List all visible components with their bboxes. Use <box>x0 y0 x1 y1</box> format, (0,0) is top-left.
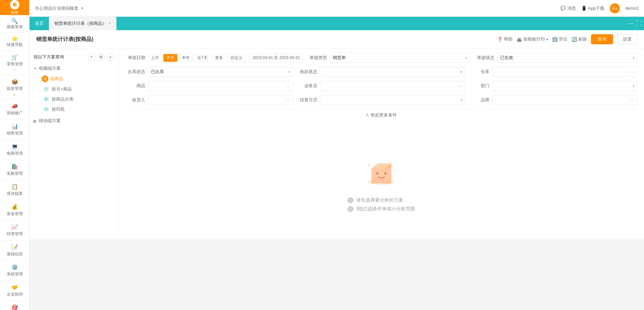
sidebar-item-enterprise[interactable]: 🤝 企业协同 <box>0 281 29 301</box>
sidebar-item-basicinfo[interactable]: 📝 基础信息 <box>0 241 29 261</box>
sidebar-item-ecom[interactable]: 💻 电商管理 <box>0 140 29 160</box>
sidebar-item-sales[interactable]: 📊 销售管理 <box>0 120 29 140</box>
sidebar-item-retail[interactable]: 🛒 零售管理 ▾ <box>0 51 29 75</box>
warehouse-control[interactable]: ··· <box>492 67 637 77</box>
department-control[interactable]: ▾ <box>492 81 637 91</box>
app-download-action[interactable]: 📱 App下载 <box>581 5 604 11</box>
brand-dots: ··· <box>630 97 634 103</box>
doc-status-control[interactable]: 已生效 ▾ <box>497 53 637 63</box>
tab-minimize-icon[interactable]: — <box>628 20 633 27</box>
consignee-field: 收货人 ··· <box>125 95 293 105</box>
brand-control[interactable]: ··· <box>492 95 637 105</box>
settings-button[interactable]: 设置 <box>617 34 637 44</box>
sidebar-item-search-menu[interactable]: 🔍 搜索菜单 <box>0 15 29 33</box>
department-field: 部门 ▾ <box>469 81 637 91</box>
consignee-control[interactable]: ··· <box>148 95 293 105</box>
salesperson-label: 业务员 <box>297 83 317 89</box>
recv-status-control[interactable]: ▾ <box>320 67 465 77</box>
filter-row-1: 单据日期 上月 本月 本年 近7天 更多 自定义 <box>125 53 637 63</box>
suite-dropdown-icon[interactable]: ▾ <box>81 6 84 11</box>
avatar-text: Ea <box>612 6 618 11</box>
collapse-button[interactable]: ∧ 收起更多条件 <box>125 109 637 121</box>
date-this-year[interactable]: 本年 <box>179 54 193 62</box>
tab-home[interactable]: 首页 <box>30 17 49 30</box>
scheme-by-product[interactable]: 按 按商品 <box>30 73 118 84</box>
help-icon: ❓ <box>497 37 502 42</box>
query-button[interactable]: 查询 <box>591 34 613 44</box>
sidebar-item-operations[interactable]: 📈 经营管理 <box>0 220 29 241</box>
sidebar-item-wholesale[interactable]: 📦 批发管理 ▴ <box>0 75 29 100</box>
doc-status-field: 单据状态 已生效 ▾ <box>474 53 637 63</box>
date-last-7-days[interactable]: 近7天 <box>194 54 211 62</box>
tab-sales-stat[interactable]: 销货单统计计表（按商品） × <box>49 17 116 30</box>
svg-point-3 <box>384 172 386 174</box>
sidebar-item-quick-nav[interactable]: ⭐ 快捷导航 <box>0 33 29 51</box>
scheme-by-scanner[interactable]: 司 按司机 <box>30 104 118 114</box>
pc-group-title[interactable]: ▼ 电脑端方案 <box>30 63 118 73</box>
sidebar-item-finance[interactable]: 💰 资金管理 <box>0 200 29 220</box>
doc-type-arrow: ▾ <box>466 56 467 60</box>
user-name: demo2 <box>625 6 639 11</box>
svg-text:✦: ✦ <box>367 163 371 168</box>
date-field: 单据日期 上月 本月 本年 近7天 更多 自定义 <box>125 53 303 62</box>
user-avatar[interactable]: Ea <box>610 3 620 13</box>
scheme-settings-button[interactable]: ⚙ <box>97 53 105 61</box>
date-more[interactable]: 更多 <box>212 54 226 62</box>
out-status-arrow: ▾ <box>288 70 290 74</box>
inner-content: 销货单统计计表(按商品) ❓ 帮助 🖨️ 按模板打印 ▾ ⬇️ 导出 <box>30 30 644 239</box>
add-scheme-button[interactable]: + <box>88 53 95 61</box>
filter-form-area: 单据日期 上月 本月 本年 近7天 更多 自定义 <box>118 49 644 239</box>
consignee-label: 收货人 <box>125 97 145 103</box>
filter-row-4: 收货人 ··· 结算方式 ▾ <box>125 95 637 105</box>
consignee-dots: ··· <box>286 97 290 103</box>
scheme-category-icon: 类 <box>44 97 49 102</box>
sidebar-item-marketing[interactable]: 📣 营销推广 <box>0 100 29 120</box>
print-button[interactable]: 🖨️ 按模板打印 ▾ <box>517 36 548 42</box>
date-last-month[interactable]: 上月 <box>148 54 162 62</box>
app-logo[interactable]: 畅 标搜 <box>0 0 29 15</box>
date-this-month[interactable]: 本月 <box>163 54 177 62</box>
sidebar-item-purchase[interactable]: 🛍️ 采购管理 <box>0 160 29 180</box>
scheme-scanner-icon: 司 <box>44 107 49 112</box>
tabbar-actions: — ⛶ <box>628 20 644 27</box>
export-button[interactable]: ⬇️ 导出 <box>552 36 568 42</box>
empty-hint-2: 2 用[过滤]条件来缩小分析范围 <box>347 206 415 212</box>
payment-field: 结算方式 ▾ <box>297 95 465 105</box>
hint-num-1: 1 <box>347 197 354 203</box>
recv-status-arrow: ▾ <box>461 70 462 74</box>
scheme-collapse-button[interactable]: « <box>107 53 114 61</box>
product-control[interactable]: ··· <box>148 81 293 91</box>
salesperson-control[interactable]: ··· <box>320 81 465 91</box>
page-header: 销货单统计计表(按商品) ❓ 帮助 🖨️ 按模板打印 ▾ ⬇️ 导出 <box>30 30 644 49</box>
mobile-group-title[interactable]: ▶ 移动端方案 <box>30 116 118 126</box>
out-status-field: 出库状态 已出库 ▾ <box>125 67 293 77</box>
recv-status-label: 收款状态 <box>297 69 317 75</box>
refresh-icon: 🔄 <box>572 37 577 42</box>
sidebar-item-guide[interactable]: 🎯 新手引导 <box>0 301 29 310</box>
doc-status-arrow: ▾ <box>633 56 634 60</box>
refresh-button[interactable]: 🔄 刷新 <box>572 36 587 42</box>
tab-home-label: 首页 <box>35 20 44 27</box>
message-action[interactable]: 💬 消息 <box>560 5 576 11</box>
topbar-right: 💬 消息 📱 App下载 Ea demo2 <box>560 3 639 13</box>
date-custom[interactable]: 自定义 <box>227 54 246 62</box>
scheme-product-icon: 按 <box>42 75 48 82</box>
filter-sidebar: 按以下方案查询 + ⚙ « ▼ <box>30 49 118 239</box>
out-status-control[interactable]: 已出库 ▾ <box>148 67 293 77</box>
payment-arrow: ▾ <box>461 98 462 102</box>
date-range-input[interactable]: 2023-03-01 至 2023-03-31 <box>250 53 303 62</box>
scheme-by-category[interactable]: 类 按商品分类 <box>30 94 118 104</box>
topbar: 办公用品行业模拟账套 ▾ 💬 消息 📱 App下载 Ea demo2 <box>30 0 644 17</box>
mobile-icon: 📱 <box>581 6 587 11</box>
sidebar-item-inventory[interactable]: 📋 库存核算 <box>0 180 29 200</box>
doc-type-control[interactable]: 销货单 ▾ <box>330 53 470 63</box>
svg-text:✦: ✦ <box>390 161 392 164</box>
payment-control[interactable]: ▾ <box>320 95 465 105</box>
svg-point-2 <box>376 172 378 174</box>
scheme-by-month-product[interactable]: 月 按月+商品 <box>30 84 118 94</box>
help-button[interactable]: ❓ 帮助 <box>497 36 513 42</box>
filter-form: 单据日期 上月 本月 本年 近7天 更多 自定义 <box>118 49 644 125</box>
sidebar-item-sysmgmt[interactable]: ⚙️ 系统管理 <box>0 261 29 281</box>
tab-close-icon[interactable]: × <box>109 21 111 26</box>
tab-maximize-icon[interactable]: ⛶ <box>636 20 641 27</box>
